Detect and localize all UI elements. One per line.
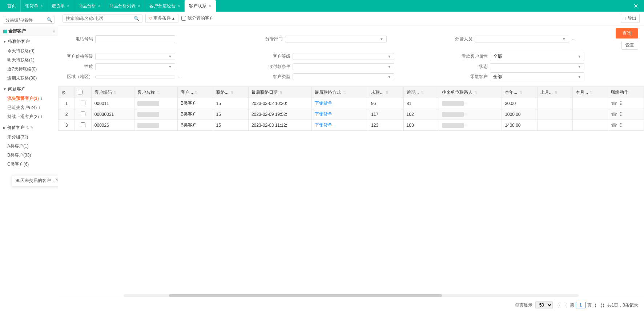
- sidebar-group-problem-header[interactable]: ▼ 问题客户: [0, 84, 58, 94]
- row-action-contact-icon[interactable]: ☎: [611, 122, 617, 128]
- th-this-month[interactable]: 本月... ⇅: [573, 87, 608, 98]
- search-icon-btn[interactable]: 🔍: [134, 16, 139, 21]
- prev-page-btn[interactable]: ⟨: [564, 302, 568, 309]
- last-contact-method-link[interactable]: 下销货单: [315, 101, 332, 106]
- th-last-month[interactable]: 上月... ⇅: [537, 87, 572, 98]
- next-page-btn[interactable]: ⟩: [593, 302, 598, 309]
- last-page-btn[interactable]: ⟩⟩: [599, 302, 606, 309]
- sidebar-collapse-btn[interactable]: «: [53, 29, 55, 33]
- th-uncontacted[interactable]: 未联... ⇅: [368, 87, 403, 98]
- grade-select[interactable]: ▼: [293, 53, 394, 60]
- sidebar-item-tomorrow[interactable]: 明天待联络(1): [0, 56, 58, 65]
- cust-type-select[interactable]: ▼: [293, 73, 394, 80]
- retail-select[interactable]: 全部 ▼: [490, 72, 584, 81]
- th-overdue[interactable]: 逾期... ⇅: [403, 87, 439, 98]
- last-contact-method-link[interactable]: 下销货单: [315, 112, 332, 117]
- tab-analysis-list-close[interactable]: ×: [138, 4, 140, 8]
- churned-info-icon[interactable]: ℹ: [39, 105, 40, 110]
- tab-customer-tier-close[interactable]: ×: [178, 4, 180, 8]
- tab-sales[interactable]: 销货单 ×: [21, 0, 47, 12]
- row-checkbox[interactable]: [81, 101, 85, 105]
- my-customer-checkbox[interactable]: [181, 16, 186, 21]
- dept-select[interactable]: ▼: [285, 36, 387, 42]
- sidebar-all-customers[interactable]: ▦ 全部客户 «: [0, 27, 58, 36]
- scrollbar-area[interactable]: [58, 293, 644, 298]
- th-code[interactable]: 客户编码 ⇅: [91, 87, 134, 98]
- gender-select[interactable]: ▼: [95, 63, 175, 70]
- last-contact-method-link[interactable]: 下销货单: [315, 122, 332, 127]
- sidebar-item-a-class[interactable]: A类客户(1): [0, 142, 58, 151]
- row-last-contact-method[interactable]: 下销货单: [312, 109, 368, 120]
- settings-btn[interactable]: 设置: [621, 41, 638, 50]
- tab-purchase[interactable]: 进货单 ×: [47, 0, 74, 12]
- sidebar-item-churned[interactable]: 已流失客户(24) ℹ: [0, 103, 58, 112]
- value-refresh-icon[interactable]: ↻: [26, 125, 29, 130]
- search-input[interactable]: [66, 16, 134, 21]
- row-checkbox-cell[interactable]: [75, 109, 91, 120]
- tab-analysis-close[interactable]: ×: [98, 4, 100, 8]
- area-select[interactable]: [95, 76, 175, 78]
- row-checkbox[interactable]: [81, 112, 85, 116]
- row-checkbox[interactable]: [81, 122, 85, 127]
- receivable-attr-select[interactable]: 全部 ▼: [490, 52, 584, 61]
- row-action-more-icon[interactable]: ⠿: [619, 112, 623, 117]
- sidebar-item-b-class[interactable]: B类客户(33): [0, 151, 58, 160]
- sidebar-item-c-class[interactable]: C类客户(6): [0, 160, 58, 169]
- sidebar-item-7days[interactable]: 近7天待联络(0): [0, 65, 58, 74]
- sidebar-item-overdue[interactable]: 逾期未联络(30): [0, 74, 58, 83]
- person-more-icon[interactable]: ···: [572, 37, 576, 42]
- person-select[interactable]: ▼: [475, 36, 569, 42]
- th-contact-person[interactable]: 往来单位联系人 ⇅: [439, 87, 502, 98]
- sidebar-item-ungroup[interactable]: 未分组(32): [0, 133, 58, 142]
- row-checkbox-cell[interactable]: [75, 98, 91, 109]
- row-action-more-icon[interactable]: ⠿: [619, 101, 623, 106]
- th-this-year[interactable]: 本年... ⇅: [502, 87, 537, 98]
- sidebar-item-today[interactable]: 今天待联络(0): [0, 46, 58, 56]
- table-settings-icon[interactable]: ⚙: [61, 90, 66, 96]
- query-btn[interactable]: 查询: [616, 28, 638, 39]
- churn-warning-info-icon[interactable]: ℹ: [41, 96, 42, 101]
- th-checkbox[interactable]: [75, 87, 91, 98]
- tab-home[interactable]: 首页: [3, 0, 21, 12]
- tab-customer-contact-close[interactable]: ×: [209, 4, 211, 8]
- payment-select[interactable]: ▼: [293, 63, 394, 70]
- page-size-select[interactable]: 50: [535, 301, 553, 309]
- scrollbar-track[interactable]: [124, 294, 579, 297]
- phone-input[interactable]: [95, 35, 175, 43]
- sidebar-item-churn-warning[interactable]: 流失预警客户(3) ℹ: [0, 94, 58, 103]
- value-edit-icon[interactable]: ✎: [30, 125, 33, 130]
- sidebar-search-input[interactable]: [5, 17, 47, 23]
- th-name[interactable]: 客户名称 ⇅: [134, 87, 178, 98]
- more-conditions-btn[interactable]: ▽ 更多条件 ▲: [145, 14, 178, 23]
- tab-customer-contact[interactable]: 客户联系 ×: [185, 0, 216, 12]
- th-last-contact-method[interactable]: 最后联络方式 ⇅: [312, 87, 368, 98]
- scrollbar-thumb[interactable]: [169, 294, 442, 297]
- tab-analysis-list[interactable]: 商品分析列表 ×: [105, 0, 145, 12]
- select-all-checkbox[interactable]: [78, 90, 82, 94]
- current-page[interactable]: 1: [576, 302, 586, 308]
- declining-info-icon[interactable]: ℹ: [41, 114, 42, 119]
- sidebar-item-declining[interactable]: 持续下滑客户(2) ℹ: [0, 112, 58, 121]
- tab-analysis[interactable]: 商品分析 ×: [74, 0, 105, 12]
- th-last-contact-date[interactable]: 最后联络日期 ⇅: [248, 87, 311, 98]
- tab-sales-close[interactable]: ×: [40, 4, 43, 8]
- th-type[interactable]: 客户... ⇅: [178, 87, 213, 98]
- row-action-contact-icon[interactable]: ☎: [611, 101, 617, 106]
- price-level-select[interactable]: ▼: [95, 53, 175, 60]
- th-contact-count[interactable]: 联络... ⇅: [213, 87, 248, 98]
- status-select[interactable]: ▼: [490, 63, 584, 70]
- export-btn[interactable]: ↑ 导出: [621, 14, 640, 23]
- th-settings[interactable]: ⚙: [59, 87, 75, 98]
- sidebar-group-value-header[interactable]: ▶ 价值客户 ↻ ✎: [0, 123, 58, 133]
- row-checkbox-cell[interactable]: [75, 120, 91, 131]
- row-action-more-icon[interactable]: ⠿: [619, 122, 623, 128]
- first-page-btn[interactable]: ⟨⟨: [556, 302, 562, 309]
- area-more-icon[interactable]: ···: [178, 74, 182, 80]
- row-action-contact-icon[interactable]: ☎: [611, 112, 617, 117]
- tab-purchase-close[interactable]: ×: [67, 4, 69, 8]
- sidebar-group-pending-header[interactable]: ▼ 待联络客户: [0, 37, 58, 46]
- row-last-contact-method[interactable]: 下销货单: [312, 98, 368, 109]
- window-close-btn[interactable]: ✕: [631, 3, 641, 9]
- tab-customer-tier[interactable]: 客户分层经营 ×: [145, 0, 185, 12]
- my-customer-checkbox-wrap[interactable]: 我分管的客户: [181, 15, 214, 21]
